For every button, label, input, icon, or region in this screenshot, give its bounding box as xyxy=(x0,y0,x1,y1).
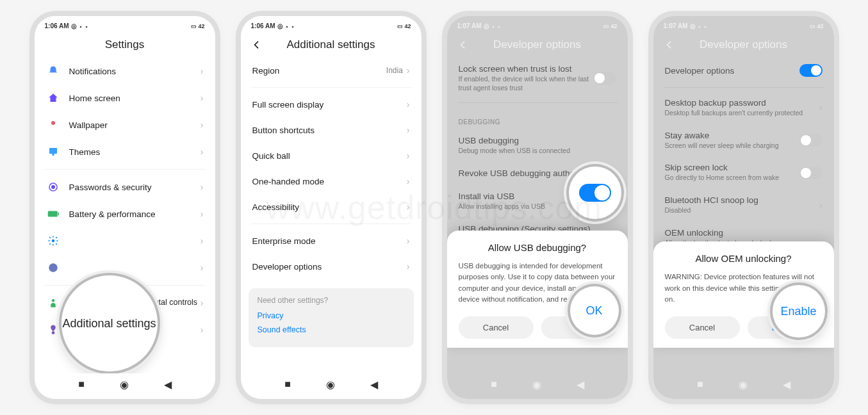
nav-recent-icon[interactable]: ■ xyxy=(283,379,293,389)
battery-icon xyxy=(46,207,60,221)
themes-icon xyxy=(46,145,60,159)
setting-quick-ball[interactable]: Quick ball› xyxy=(246,143,416,168)
svg-point-3 xyxy=(51,186,54,189)
header: Developer options xyxy=(653,32,834,58)
page-title: Developer options xyxy=(477,38,598,51)
setting-usb-debugging[interactable]: USB debuggingDebug mode when USB is conn… xyxy=(452,129,623,162)
page-title: Developer options xyxy=(683,38,805,51)
divider xyxy=(251,87,411,88)
nav-recent-icon[interactable]: ■ xyxy=(489,379,499,389)
magnifier-enable-button: Enable xyxy=(773,285,825,338)
setting-one-handed-mode[interactable]: One-handed mode› xyxy=(246,168,416,194)
statusbar: 1:07 AM ◎ ⬩ ⬩ ▭ 42 xyxy=(447,16,628,32)
chevron-right-icon: › xyxy=(407,236,410,246)
chevron-right-icon: › xyxy=(407,65,410,76)
sidebar-item-home-screen[interactable]: Home screen › xyxy=(40,85,210,111)
navbar: ■ ◉ ◀ xyxy=(241,373,422,399)
nav-back-icon[interactable]: ◀ xyxy=(369,379,379,389)
svg-point-8 xyxy=(51,299,54,302)
setting-bluetooth-hci-snoop[interactable]: Bluetooth HCI snoop logDisabled › xyxy=(659,189,829,222)
magnifier-additional-settings: Additional settings xyxy=(61,275,158,371)
page-title: Additional settings xyxy=(270,38,392,51)
header: Additional settings xyxy=(241,32,422,58)
setting-full-screen-display[interactable]: Full screen display› xyxy=(246,92,416,117)
toggle[interactable] xyxy=(799,134,823,147)
link-sound-effects[interactable]: Sound effects xyxy=(258,325,405,334)
chevron-right-icon: › xyxy=(407,151,410,161)
nav-home-icon[interactable]: ◉ xyxy=(119,379,129,389)
setting-button-shortcuts[interactable]: Button shortcuts› xyxy=(246,117,416,143)
phone-developer-options-oem: 1:07 AM ◎ ⬩ ⬩ ▭ 42 Developer options Dev… xyxy=(653,16,834,399)
back-button[interactable] xyxy=(457,39,469,51)
section-debugging: DEBUGGING xyxy=(447,107,628,129)
chevron-right-icon: › xyxy=(201,93,204,103)
toggle[interactable] xyxy=(593,72,616,85)
magnifier-ok-button: OK xyxy=(570,286,619,335)
cancel-button[interactable]: Cancel xyxy=(459,316,534,339)
chevron-right-icon: › xyxy=(407,202,410,212)
statusbar: 1:06 AM ◎ ⬩ ⬩ ▭ 42 xyxy=(35,16,215,32)
svg-rect-5 xyxy=(58,213,59,216)
setting-enterprise-mode[interactable]: Enterprise mode› xyxy=(246,228,416,254)
magnifier-usb-toggle xyxy=(569,167,621,219)
sidebar-item-passwords-security[interactable]: Passwords & security › xyxy=(40,174,210,200)
special-icon xyxy=(46,323,60,337)
svg-rect-0 xyxy=(49,148,57,154)
additional-icon xyxy=(46,261,60,275)
setting-region[interactable]: Region India › xyxy=(246,58,416,83)
cancel-button[interactable]: Cancel xyxy=(665,316,740,339)
need-other-settings: Need other settings? Privacy Sound effec… xyxy=(249,288,414,347)
chevron-right-icon: › xyxy=(407,125,410,135)
dialog-title: Allow OEM unlocking? xyxy=(665,253,823,264)
sidebar-item-themes[interactable]: Themes › xyxy=(40,138,210,165)
chevron-right-icon: › xyxy=(407,99,410,110)
sidebar-item-apps[interactable]: › xyxy=(40,227,210,254)
setting-developer-options[interactable]: Developer options› xyxy=(246,254,416,279)
chevron-right-icon: › xyxy=(201,120,204,130)
setting-stay-awake[interactable]: Stay awakeScreen will never sleep while … xyxy=(659,124,829,157)
sidebar-item-additional-settings[interactable]: › xyxy=(40,254,210,281)
header: Settings xyxy=(35,32,215,58)
setting-accessibility[interactable]: Accessibility› xyxy=(246,194,416,220)
chevron-right-icon: › xyxy=(201,263,204,273)
statusbar: 1:06 AM ◎ ⬩ ⬩ ▭ 42 xyxy=(241,16,422,32)
dialog-title: Allow USB debugging? xyxy=(459,242,616,253)
setting-developer-options-toggle[interactable]: Developer options xyxy=(659,58,829,83)
nav-back-icon[interactable]: ◀ xyxy=(575,379,585,389)
link-privacy[interactable]: Privacy xyxy=(258,311,405,320)
chevron-right-icon: › xyxy=(201,66,204,76)
svg-rect-4 xyxy=(47,211,57,217)
nav-recent-icon[interactable]: ■ xyxy=(76,379,86,389)
sidebar-item-battery[interactable]: Battery & performance › xyxy=(40,200,210,227)
chevron-right-icon: › xyxy=(819,200,823,210)
chevron-right-icon: › xyxy=(201,209,204,219)
nav-home-icon[interactable]: ◉ xyxy=(325,379,336,389)
setting-lock-screen-trust[interactable]: Lock screen when trust is lostIf enabled… xyxy=(452,58,623,99)
toggle[interactable] xyxy=(799,167,823,179)
home-icon xyxy=(46,91,60,105)
svg-point-6 xyxy=(51,240,54,243)
svg-rect-1 xyxy=(52,154,54,156)
divider xyxy=(251,224,411,224)
chevron-right-icon: › xyxy=(201,325,204,335)
navbar: ■ ◉ ◀ xyxy=(447,373,628,399)
chevron-right-icon: › xyxy=(819,102,823,113)
toggle[interactable] xyxy=(799,64,823,77)
phone-additional-settings: 1:06 AM ◎ ⬩ ⬩ ▭ 42 Additional settings R… xyxy=(241,16,422,399)
setting-skip-screen-lock[interactable]: Skip screen lockGo directly to Home scre… xyxy=(659,156,829,189)
svg-point-7 xyxy=(49,263,58,272)
sidebar-item-wallpaper[interactable]: Wallpaper › xyxy=(40,111,210,138)
nav-home-icon[interactable]: ◉ xyxy=(738,379,748,389)
phone-developer-options-usb: 1:07 AM ◎ ⬩ ⬩ ▭ 42 Developer options Loc… xyxy=(447,16,628,399)
back-button[interactable] xyxy=(251,39,263,51)
nav-back-icon[interactable]: ◀ xyxy=(163,379,173,389)
sidebar-item-notifications[interactable]: Notifications › xyxy=(40,58,210,85)
nav-recent-icon[interactable]: ■ xyxy=(695,379,705,389)
nav-home-icon[interactable]: ◉ xyxy=(532,379,542,389)
navbar: ■ ◉ ◀ xyxy=(653,373,834,399)
chevron-right-icon: › xyxy=(201,236,204,246)
back-button[interactable] xyxy=(664,39,675,51)
divider xyxy=(45,169,205,170)
setting-desktop-backup-password[interactable]: Desktop backup passwordDesktop full back… xyxy=(659,92,829,124)
nav-back-icon[interactable]: ◀ xyxy=(782,379,792,389)
